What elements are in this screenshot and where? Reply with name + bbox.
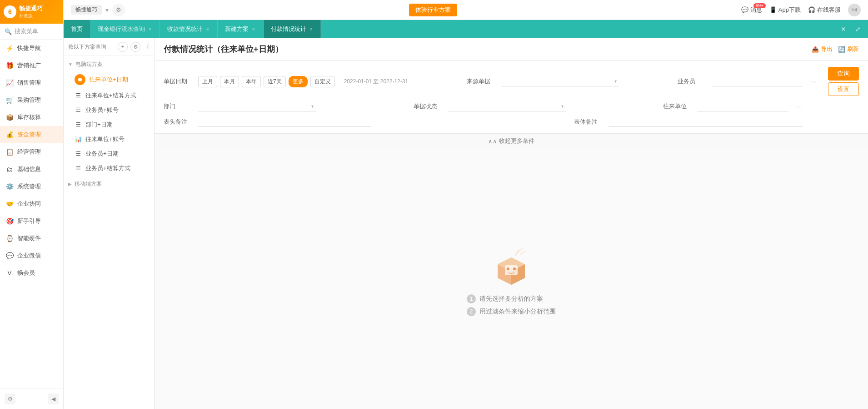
sidebar-item-marketing[interactable]: 🎁 营销推广	[0, 57, 63, 74]
empty-tip-2: 2 用过滤条件来缩小分析范围	[467, 307, 556, 316]
message-button[interactable]: 💬 消息 99+	[741, 6, 762, 14]
settings-scheme-button[interactable]: ⚙	[130, 42, 140, 52]
system-icon: ⚙️	[5, 182, 14, 191]
sidebar-item-newbie[interactable]: 🎯 新手引导	[0, 212, 63, 230]
footer-collapse-icon[interactable]: ◀	[48, 394, 59, 404]
dept-input[interactable]	[201, 103, 311, 110]
topbar-right: 💬 消息 99+ 📱 App下载 🎧 在线客服 Rit	[741, 4, 861, 16]
pc-scheme-section-header[interactable]: ▼ 电脑端方案	[64, 58, 154, 71]
topbar-gear-icon[interactable]: ⚙	[112, 4, 125, 16]
salesman-input[interactable]	[715, 78, 800, 85]
sidebar-item-enterprise[interactable]: 🤝 企业协同	[0, 195, 63, 212]
scheme-item-unit-settle[interactable]: ☰ 往来单位+结算方式	[64, 88, 154, 103]
scheme-item-salesman-settle[interactable]: ☰ 业务员+结算方式	[64, 161, 154, 176]
tab-receipt-stat-label: 收款情况统计	[167, 25, 203, 33]
date-label: 单据日期	[164, 77, 191, 86]
counterpart-input[interactable]	[700, 103, 786, 110]
date-btn-custom[interactable]: 自定义	[310, 76, 335, 87]
scheme-item-unit-date[interactable]: 往来单位+日期	[64, 71, 154, 88]
tabbar-actions: ✕ ⤢	[833, 20, 868, 38]
sidebar-item-purchase[interactable]: 🛒 采购管理	[0, 91, 63, 109]
online-service-button[interactable]: 🎧 在线客服	[808, 6, 841, 14]
scheme-item-unit-account[interactable]: 📊 往来单位+账号	[64, 132, 154, 146]
voucher-status-select[interactable]: ▾	[448, 101, 566, 111]
tab-receipt-stat-close-icon[interactable]: ×	[205, 26, 210, 33]
tab-bank-flow[interactable]: 现金银行流水查询 ×	[90, 20, 160, 38]
sidebar-item-quick-nav[interactable]: ⚡ 快捷导航	[0, 40, 63, 57]
source-select[interactable]: ▾	[501, 76, 619, 86]
tab-new-scheme-close-icon[interactable]: ×	[251, 26, 256, 33]
scheme-item-salesman-account[interactable]: ☰ 业务员+账号	[64, 103, 154, 117]
date-btn-last-month[interactable]: 上月	[198, 76, 217, 87]
scheme-item-icon: ☰	[75, 150, 82, 157]
tab-bank-flow-close-icon[interactable]: ×	[148, 26, 152, 33]
salesman-select[interactable]	[712, 76, 803, 86]
query-button[interactable]: 查询	[828, 67, 859, 81]
export-button[interactable]: 📤 导出	[812, 45, 833, 53]
collapse-more-label: 收起更多条件	[499, 137, 534, 145]
main-area: 畅捷通巧 ▾ ⚙ 体验行业方案 💬 消息 99+ 📱 App下载 🎧 在线客服	[64, 0, 868, 409]
tip-text-2: 用过滤条件来缩小分析范围	[479, 308, 556, 316]
scheme-item-dept-date[interactable]: ☰ 部门+日期	[64, 117, 154, 132]
sidebar-search[interactable]: 🔍 搜索菜单	[0, 24, 63, 40]
source-input[interactable]	[504, 78, 614, 85]
tab-payment-stat[interactable]: 付款情况统计 ×	[264, 20, 321, 38]
dept-select[interactable]: ▾	[198, 101, 316, 111]
header-note-input[interactable]	[201, 118, 368, 125]
export-icon: 📤	[812, 46, 819, 53]
message-icon: 💬	[741, 6, 748, 13]
dept-label: 部门	[164, 102, 191, 111]
counterpart-dots-button[interactable]: ···	[796, 103, 803, 110]
sidebar-item-hardware[interactable]: ⌚ 智能硬件	[0, 230, 63, 247]
tab-payment-stat-close-icon[interactable]: ×	[309, 26, 314, 33]
sales-icon: 📈	[5, 79, 14, 87]
sidebar-item-basic-info[interactable]: 🗂 基础信息	[0, 161, 63, 178]
sidebar-title: 畅捷通巧	[19, 5, 43, 13]
scheme-header: 按以下方案查询 + ⚙ 《	[64, 38, 154, 56]
active-dot	[78, 78, 82, 81]
scheme-item-salesman-date[interactable]: ☰ 业务员+日期	[64, 146, 154, 161]
sidebar-item-label: 营销推广	[17, 61, 41, 70]
add-scheme-button[interactable]: +	[118, 42, 128, 52]
app-download-button[interactable]: 📱 App下载	[769, 6, 801, 14]
collapse-scheme-panel-icon[interactable]: 《	[143, 43, 150, 51]
sidebar-item-operations[interactable]: 📋 经营管理	[0, 143, 63, 161]
mobile-scheme-section-header[interactable]: ▶ 移动端方案	[64, 177, 154, 191]
date-btn-this-month[interactable]: 本月	[220, 76, 239, 87]
sidebar-item-inventory[interactable]: 📦 库存核算	[0, 109, 63, 126]
filter-row-1: 单据日期 上月 本月 本年 近7天 更多 自定义 2022-01-01 至 20…	[164, 67, 859, 96]
date-btn-this-year[interactable]: 本年	[242, 76, 261, 87]
brand-name: 畅捷通巧	[71, 5, 102, 15]
header-note-input-box[interactable]	[198, 117, 371, 127]
close-all-tabs-button[interactable]: ✕	[837, 23, 850, 35]
sidebar-item-system[interactable]: ⚙️ 系统管理	[0, 178, 63, 195]
sidebar-item-sales[interactable]: 📈 销售管理	[0, 74, 63, 91]
expand-tabs-button[interactable]: ⤢	[852, 23, 864, 35]
filter-area: 单据日期 上月 本月 本年 近7天 更多 自定义 2022-01-01 至 20…	[155, 61, 868, 134]
scheme-item-icon: ☰	[75, 165, 82, 172]
collapse-more-button[interactable]: ∧∧ 收起更多条件	[488, 137, 534, 145]
salesman-dots-button[interactable]: ···	[810, 78, 817, 85]
sidebar-item-capital[interactable]: 💰 资金管理	[0, 126, 63, 143]
body-note-input[interactable]	[611, 118, 800, 125]
voucher-status-input[interactable]	[451, 103, 561, 110]
footer-gear-icon[interactable]: ⚙	[5, 394, 15, 404]
body-note-input-box[interactable]	[609, 117, 803, 127]
sidebar-item-wechat[interactable]: 💬 企业微信	[0, 247, 63, 264]
settings-button[interactable]: 设置	[828, 82, 859, 96]
tab-home[interactable]: 首页	[64, 20, 90, 38]
date-btn-7days[interactable]: 近7天	[264, 76, 286, 87]
trial-button[interactable]: 体验行业方案	[409, 4, 457, 16]
dropdown-arrow-icon[interactable]: ▾	[105, 6, 109, 14]
sidebar-item-member[interactable]: V 畅会员	[0, 264, 63, 282]
date-btn-more[interactable]: 更多	[289, 76, 308, 87]
refresh-button[interactable]: 🔄 刷新	[838, 45, 859, 53]
tab-bank-flow-label: 现金银行流水查询	[98, 25, 145, 33]
avatar[interactable]: Rit	[848, 4, 861, 16]
marketing-icon: 🎁	[5, 61, 14, 70]
tip-number-2: 2	[467, 307, 476, 316]
tab-new-scheme[interactable]: 新建方案 ×	[218, 20, 264, 38]
operations-icon: 📋	[5, 148, 14, 156]
tab-receipt-stat[interactable]: 收款情况统计 ×	[160, 20, 218, 38]
counterpart-select[interactable]	[698, 101, 788, 111]
